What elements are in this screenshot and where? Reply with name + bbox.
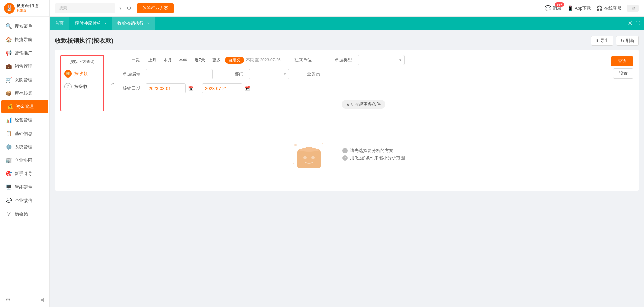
doc-type-select[interactable]: ▾ — [358, 55, 405, 65]
topbar-gear-icon[interactable]: ⚙ — [127, 5, 131, 11]
doc-no-label: 单据编号 — [121, 71, 140, 77]
export-button[interactable]: ⬆ 导出 — [591, 36, 613, 46]
sidebar-item-purchase[interactable]: 🛒 采购管理 — [0, 73, 49, 87]
date-btn-last-7-days[interactable]: 近7天 — [192, 57, 208, 64]
sidebar-item-label: 基础信息 — [15, 131, 32, 137]
tab-home[interactable]: 首页 — [50, 17, 69, 30]
member-icon: V — [5, 211, 12, 217]
setting-button[interactable]: 设置 — [613, 68, 633, 79]
tab-receivable-close-icon[interactable]: × — [147, 21, 149, 25]
sidebar-item-basic[interactable]: 📋 基础信息 — [0, 127, 49, 140]
tab-prepay-close-icon[interactable]: × — [104, 21, 106, 25]
tab-prepay[interactable]: 预付冲应付单 × — [69, 17, 112, 30]
system-icon: ⚙️ — [5, 144, 12, 150]
filter-sidebar-title: 按以下方查询 — [61, 59, 103, 67]
sidebar-item-hardware[interactable]: 🖥️ 智能硬件 — [0, 181, 49, 194]
filter-option-by-receipt[interactable]: 💴 按收款 — [61, 67, 103, 80]
logo-text-group: 畅捷通好生意 标准版 — [17, 3, 39, 13]
sidebar-item-label: 新手引导 — [15, 171, 32, 177]
counterparty-dots[interactable]: ··· — [317, 57, 321, 63]
sidebar-item-search[interactable]: 🔍 搜索菜单 — [0, 19, 49, 33]
hint-num-2: 2 — [342, 155, 348, 161]
date-btn-more[interactable]: 更多 — [210, 57, 223, 64]
filter-panel: 按以下方查询 💴 按收款 ⏱ 按应收 « — [60, 55, 633, 111]
sidebar-item-enterprise[interactable]: 🏢 企业协同 — [0, 154, 49, 167]
empty-svg — [289, 138, 329, 172]
sidebar-collapse-icon[interactable]: ◀ — [40, 296, 44, 303]
topbar-search[interactable]: 搜索 — [55, 3, 115, 13]
refresh-icon: ↻ — [621, 38, 624, 43]
filter-collapse-button[interactable]: « — [109, 55, 116, 111]
collapse-more-row: ∧∧ 收起更多条件 — [121, 97, 606, 111]
doc-no-input[interactable] — [146, 69, 213, 79]
writeoff-end-calendar-icon[interactable]: 📅 — [244, 86, 250, 91]
tabbar-close-icon[interactable]: ✕ — [628, 20, 633, 27]
sidebar-item-label: 快捷导航 — [15, 37, 32, 43]
tab-home-label: 首页 — [55, 20, 64, 27]
empty-hint-1: 1 请先选择要分析的方案 — [342, 148, 405, 154]
date-dash: — — [196, 86, 200, 91]
date-btn-last-month[interactable]: 上月 — [146, 57, 159, 64]
filter-option-by-receivable[interactable]: ⏱ 按应收 — [61, 80, 103, 93]
sidebar-item-member[interactable]: V 畅会员 — [0, 207, 49, 221]
sidebar-item-label: 采购管理 — [15, 77, 32, 83]
inventory-icon: 📦 — [5, 90, 12, 97]
sidebar-item-shortcut[interactable]: 🏠 快捷导航 — [0, 33, 49, 46]
message-badge[interactable]: 💬 消息 99+ — [545, 5, 561, 11]
sidebar-item-label: 畅会员 — [15, 211, 28, 217]
refresh-button[interactable]: ↻ 刷新 — [616, 36, 639, 46]
svg-point-0 — [294, 144, 297, 146]
writeoff-start-input[interactable] — [146, 83, 186, 93]
basic-icon: 📋 — [5, 130, 12, 137]
operation-icon: 📊 — [5, 117, 12, 123]
topbar-chevron-icon[interactable]: ▾ — [119, 6, 121, 11]
user-name[interactable]: Rit — [627, 5, 639, 12]
sidebar-item-operation[interactable]: 📊 经营管理 — [0, 113, 49, 127]
writeoff-start-calendar-icon[interactable]: 📅 — [188, 86, 194, 91]
home-icon: 🏠 — [5, 36, 12, 43]
enterprise-icon: 🏢 — [5, 157, 12, 164]
date-btn-custom[interactable]: 自定义 — [225, 57, 244, 64]
staff-label: 业务员 — [301, 71, 320, 77]
solution-button[interactable]: 体验行业方案 — [137, 3, 174, 13]
finance-icon: 💰 — [7, 103, 13, 110]
doc-type-label: 单据类型 — [333, 57, 352, 63]
date-btn-this-month[interactable]: 本月 — [161, 57, 174, 64]
tabbar-actions: ✕ ⛶ — [628, 20, 644, 27]
sidebar-item-system[interactable]: ⚙️ 系统管理 — [0, 140, 49, 154]
sidebar-item-marketing[interactable]: 📢 营销推广 — [0, 46, 49, 60]
writeoff-end-input[interactable] — [202, 83, 242, 93]
online-service-link[interactable]: 🎧 在线客服 — [596, 5, 622, 11]
app-name: 畅捷通好生意 — [17, 3, 39, 8]
sidebar-item-finance[interactable]: 💰 资金管理 — [1, 100, 48, 113]
staff-dots[interactable]: ··· — [325, 71, 330, 77]
app-download-link[interactable]: 📱 App下载 — [567, 5, 591, 11]
collapse-more-button[interactable]: ∧∧ 收起更多条件 — [342, 100, 385, 109]
sidebar-nav: 🔍 搜索菜单 🏠 快捷导航 📢 营销推广 💼 销售管理 🛒 采购管理 📦 库存核… — [0, 17, 49, 292]
app-logo: 🐰 畅捷通好生意 标准版 — [0, 0, 49, 17]
page-header: 收款核销执行(按收款) ⬆ 导出 ↻ 刷新 — [55, 36, 639, 46]
sidebar-settings-icon[interactable]: ⚙ — [5, 296, 11, 303]
department-select[interactable]: ▾ — [249, 69, 289, 79]
filter-option-receipt-label: 按收款 — [74, 71, 88, 77]
sidebar-item-sales[interactable]: 💼 销售管理 — [0, 60, 49, 73]
sidebar-item-inventory[interactable]: 📦 库存核算 — [0, 87, 49, 100]
sidebar-item-label: 系统管理 — [15, 144, 32, 150]
tabbar-expand-icon[interactable]: ⛶ — [635, 21, 640, 26]
sidebar-item-label: 搜索菜单 — [15, 23, 32, 29]
page-content: 收款核销执行(按收款) ⬆ 导出 ↻ 刷新 按以下方查询 — [50, 30, 644, 307]
receivable-icon: ⏱ — [64, 83, 72, 90]
hint-text-2: 用[过滤]条件来缩小分析范围 — [350, 155, 405, 161]
filter-main-area: 日期 上月 本月 本年 近7天 更多 自定义 不限 至 2023-07-26 — [121, 55, 606, 111]
wechat-icon: 💬 — [5, 197, 12, 204]
counterparty-label: 往来单位 — [293, 57, 312, 63]
empty-hint-2: 2 用[过滤]条件来缩小分析范围 — [342, 155, 405, 161]
svg-rect-3 — [297, 150, 321, 168]
tab-receivable[interactable]: 收款核销执行 × — [112, 17, 155, 30]
query-button[interactable]: 查询 — [611, 56, 633, 66]
sidebar-item-label: 企业微信 — [15, 198, 32, 204]
svg-point-4 — [303, 156, 307, 159]
date-btn-this-year[interactable]: 本年 — [176, 57, 190, 64]
sidebar-item-guide[interactable]: 🎯 新手引导 — [0, 167, 49, 181]
sidebar-item-wechat[interactable]: 💬 企业微信 — [0, 194, 49, 207]
